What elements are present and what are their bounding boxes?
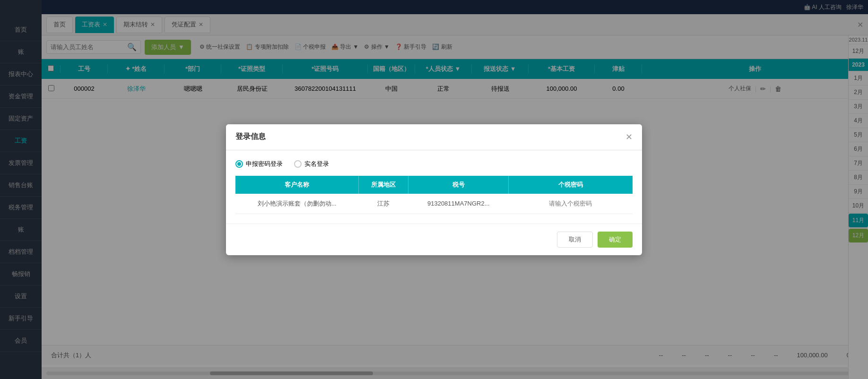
td-tax-no: 91320811MA7NGR2... (408, 194, 509, 214)
confirm-button[interactable]: 确定 (598, 232, 633, 248)
login-table-row: 刘小艳演示账套（勿删勿动... 江苏 91320811MA7NGR2... (235, 194, 633, 214)
modal-overlay: 登录信息 ✕ 申报密码登录 实名登录 (0, 0, 868, 379)
td-region: 江苏 (359, 194, 408, 214)
modal-title: 登录信息 (235, 132, 266, 142)
tax-password-input[interactable] (514, 200, 627, 207)
cancel-button[interactable]: 取消 (557, 232, 593, 248)
td-tax-password[interactable] (509, 194, 633, 214)
radio-password-circle (235, 160, 243, 168)
th-tax-no: 税号 (408, 176, 509, 194)
login-type-radio-group: 申报密码登录 实名登录 (235, 160, 633, 168)
login-modal: 登录信息 ✕ 申报密码登录 实名登录 (226, 124, 642, 255)
radio-password-label: 申报密码登录 (246, 160, 283, 168)
modal-close-button[interactable]: ✕ (625, 132, 633, 142)
radio-realname-circle (294, 160, 302, 168)
login-table: 客户名称 所属地区 税号 个税密码 刘小艳演示账套（勿删勿动... 江苏 913… (235, 176, 633, 214)
th-client-name: 客户名称 (235, 176, 359, 194)
modal-footer: 取消 确定 (226, 224, 642, 255)
modal-header: 登录信息 ✕ (226, 124, 642, 150)
td-client-name: 刘小艳演示账套（勿删勿动... (235, 194, 359, 214)
modal-body: 申报密码登录 实名登录 客户名称 所属地区 税号 个税密码 (226, 150, 642, 224)
radio-password-login[interactable]: 申报密码登录 (235, 160, 283, 168)
radio-realname-label: 实名登录 (304, 160, 329, 168)
th-region: 所属地区 (359, 176, 408, 194)
th-tax-password: 个税密码 (509, 176, 633, 194)
radio-password-dot (237, 162, 241, 166)
radio-realname-login[interactable]: 实名登录 (294, 160, 329, 168)
